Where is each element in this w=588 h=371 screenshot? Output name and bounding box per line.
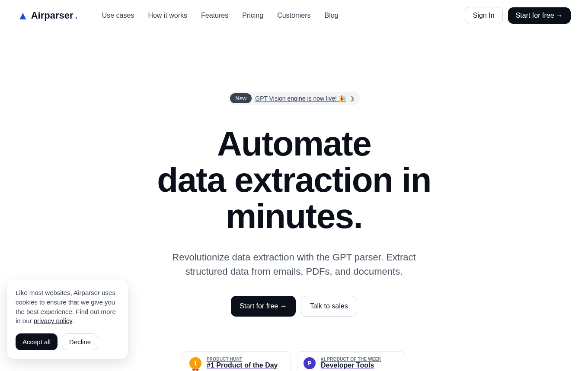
nav-features[interactable]: Features [201, 12, 228, 19]
hero-line-1: Automate [217, 124, 371, 163]
brand-logo[interactable]: ▲ Airparser. [17, 9, 78, 22]
hero-subheadline: Revolutionize data extraction with the G… [156, 250, 432, 279]
hero-line-2: data extraction in [157, 161, 431, 199]
brand-name: Airparser [31, 10, 74, 21]
header-actions: Sign In Start for free → [465, 7, 571, 24]
award-top-label: PRODUCT HUNT [207, 357, 278, 361]
medal-icon: 1 [189, 357, 201, 369]
announcement-pill[interactable]: New GPT Vision engine is now live! 🎉 ❯ [228, 92, 360, 105]
new-badge: New [230, 93, 252, 103]
logo-mark-icon: ▲ [17, 9, 29, 22]
award-main-label: #1 Product of the Day [207, 361, 278, 369]
cookie-text-suffix: . [72, 317, 74, 324]
decline-cookies-button[interactable]: Decline [62, 333, 98, 350]
p-badge-icon: P [304, 357, 316, 369]
hero-line-3: minutes. [226, 197, 362, 235]
award-product-week[interactable]: P #1 PRODUCT OF THE WEEK Developer Tools [297, 351, 405, 371]
award-top-label: #1 PRODUCT OF THE WEEK [321, 357, 381, 361]
start-free-hero-button[interactable]: Start for free → [231, 296, 295, 317]
site-header: ▲ Airparser. Use cases How it works Feat… [0, 0, 588, 31]
logo-dot-icon: . [75, 10, 78, 21]
nav-pricing[interactable]: Pricing [242, 12, 263, 19]
nav-customers[interactable]: Customers [277, 12, 310, 19]
award-product-hunt-day[interactable]: 1 PRODUCT HUNT #1 Product of the Day [183, 351, 291, 371]
primary-nav: Use cases How it works Features Pricing … [102, 12, 339, 19]
nav-how-it-works[interactable]: How it works [148, 12, 187, 19]
privacy-policy-link[interactable]: privacy policy [34, 317, 72, 324]
award-main-label: Developer Tools [321, 361, 381, 369]
cookie-buttons: Accept all Decline [16, 333, 119, 350]
announcement-text: GPT Vision engine is now live! 🎉 [255, 95, 345, 102]
hero-headline: Automate data extraction in minutes. [0, 126, 588, 235]
cookie-text: Like most websites, Airparser uses cooki… [16, 288, 119, 326]
accept-cookies-button[interactable]: Accept all [16, 333, 58, 350]
chevron-right-icon: ❯ [350, 95, 355, 101]
nav-use-cases[interactable]: Use cases [102, 12, 134, 19]
cookie-banner: Like most websites, Airparser uses cooki… [7, 279, 128, 359]
talk-to-sales-button[interactable]: Talk to sales [301, 296, 357, 317]
start-free-header-button[interactable]: Start for free → [508, 7, 571, 24]
nav-blog[interactable]: Blog [325, 12, 339, 19]
sign-in-button[interactable]: Sign In [465, 7, 503, 24]
